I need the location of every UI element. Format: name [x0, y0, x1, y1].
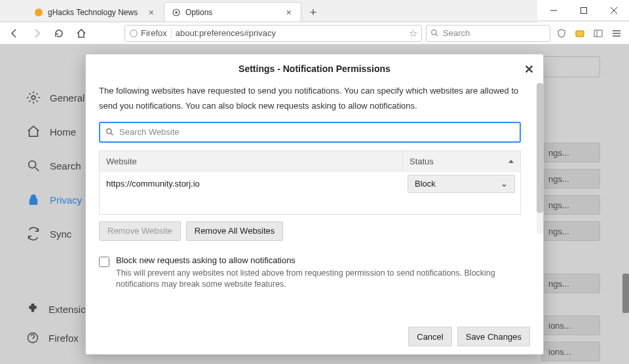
- cell-website: https://community.storj.io: [100, 179, 402, 189]
- identity-label: Firefox: [141, 28, 167, 38]
- reload-button[interactable]: [50, 24, 68, 43]
- svg-rect-10: [576, 31, 584, 37]
- shield-icon[interactable]: [554, 26, 569, 41]
- svg-point-21: [107, 129, 111, 134]
- new-tab-button[interactable]: +: [304, 3, 322, 22]
- dialog-close-button[interactable]: ✕: [524, 62, 534, 77]
- sort-ascending-icon: [508, 160, 514, 163]
- screenshot-icon[interactable]: [573, 26, 587, 41]
- status-value: Block: [415, 179, 436, 189]
- close-button[interactable]: [599, 0, 629, 21]
- sidebar-icon[interactable]: [591, 26, 605, 41]
- svg-point-7: [130, 29, 138, 37]
- url-bar[interactable]: Firefox about:preferences#privacy ☆: [124, 25, 422, 42]
- svg-rect-4: [581, 7, 587, 13]
- home-button[interactable]: [72, 24, 90, 43]
- remove-website-button[interactable]: Remove Website: [99, 221, 181, 241]
- save-changes-button[interactable]: Save Changes: [457, 327, 530, 346]
- close-icon[interactable]: ×: [146, 7, 157, 18]
- close-icon[interactable]: ×: [284, 7, 294, 18]
- favicon-ghacks: [33, 7, 44, 18]
- chevron-down-icon: ⌄: [501, 179, 508, 189]
- table-row[interactable]: https://community.storj.io Block ⌄: [100, 172, 520, 196]
- dialog-description: The following websites have requested to…: [99, 83, 530, 114]
- url-text: about:preferences#privacy: [176, 28, 405, 38]
- menu-icon[interactable]: [609, 26, 624, 41]
- minimize-button[interactable]: [539, 0, 569, 21]
- tabstrip: gHacks Technology News × Options × +: [0, 0, 537, 22]
- svg-point-2: [175, 11, 178, 14]
- forward-button[interactable]: [28, 24, 46, 43]
- dialog-title: Settings - Notification Permissions ✕: [86, 54, 543, 83]
- status-select[interactable]: Block ⌄: [408, 175, 515, 193]
- remove-all-websites-button[interactable]: Remove All Websites: [186, 221, 284, 241]
- tab-options[interactable]: Options ×: [164, 2, 301, 22]
- search-placeholder: Search: [443, 28, 470, 38]
- checkbox-label: Block new requests asking to allow notif…: [116, 255, 522, 265]
- tab-label: Options: [185, 8, 212, 17]
- nav-toolbar: Firefox about:preferences#privacy ☆ Sear…: [0, 22, 629, 45]
- maximize-button[interactable]: [569, 0, 599, 21]
- dialog-scrollbar[interactable]: [537, 83, 543, 234]
- block-new-requests-row: Block new requests asking to allow notif…: [99, 255, 530, 291]
- identity-box[interactable]: Firefox: [129, 28, 172, 38]
- search-icon: [105, 128, 114, 136]
- tab-ghacks[interactable]: gHacks Technology News ×: [26, 2, 164, 22]
- block-new-requests-checkbox[interactable]: [99, 257, 109, 267]
- search-placeholder: Search Website: [119, 127, 180, 137]
- permissions-table: Website Status https://community.storj.i…: [99, 151, 521, 215]
- svg-point-8: [432, 30, 436, 35]
- search-icon: [430, 29, 439, 37]
- tab-label: gHacks Technology News: [48, 8, 138, 17]
- search-website-input[interactable]: Search Website: [99, 122, 521, 143]
- gear-icon: [171, 7, 181, 18]
- column-header-website[interactable]: Website: [100, 156, 402, 166]
- svg-rect-11: [594, 30, 602, 37]
- table-header: Website Status: [100, 151, 520, 172]
- cancel-button[interactable]: Cancel: [408, 327, 451, 346]
- search-bar[interactable]: Search: [426, 25, 550, 42]
- column-header-status[interactable]: Status: [402, 151, 520, 172]
- svg-point-0: [35, 9, 43, 16]
- svg-line-9: [436, 34, 438, 36]
- bookmark-star-icon[interactable]: ☆: [409, 27, 417, 39]
- checkbox-description: This will prevent any websites not liste…: [116, 268, 522, 291]
- svg-line-22: [111, 133, 113, 135]
- back-button[interactable]: [5, 24, 24, 43]
- notification-permissions-dialog: Settings - Notification Permissions ✕ Th…: [85, 54, 544, 355]
